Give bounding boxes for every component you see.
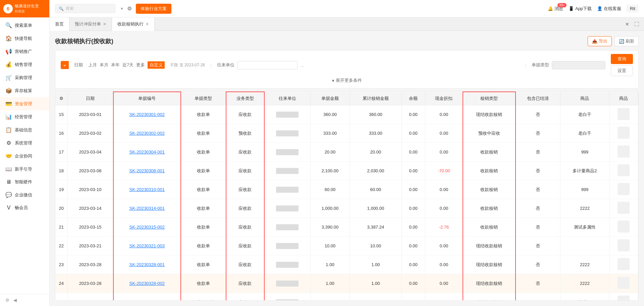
table-row[interactable]: 24 2023-03-28 SK-20230328-002 收款单 应收款 ██… (55, 274, 638, 293)
tabbar-close-btn[interactable]: ✕ (623, 20, 631, 28)
topbar-search-box[interactable]: 🔍 搜索 (55, 4, 115, 13)
filter-toggle-button[interactable]: » (61, 61, 69, 69)
query-button[interactable]: 查询 (611, 54, 633, 64)
tab-receivable[interactable]: 预计冲应付单 ✕ (69, 17, 112, 31)
filter-type-select[interactable] (552, 61, 605, 69)
sidebar-label-purchase: 采购管理 (15, 75, 32, 81)
cell-balance: 0.00 (401, 255, 425, 274)
sidebar-label-search: 搜索菜单 (15, 22, 32, 28)
cell-balance: 0.00 (401, 237, 425, 255)
cell-balance: 0.00 (401, 143, 425, 162)
tab-receivable-close[interactable]: ✕ (103, 22, 106, 26)
table-row[interactable]: 22 2023-03-21 SK-20230321-003 收款单 应收款 ██… (55, 237, 638, 255)
cell-cancel-type: 现结收款核销 (463, 293, 515, 301)
doc-no-link[interactable]: SK-20230328-002 (129, 281, 165, 286)
cell-doc-no: SK-20230310-001 (113, 180, 181, 199)
search-icon: 🔍 (59, 6, 64, 11)
cell-doc-no: SK-20230314-001 (113, 199, 181, 218)
table-row[interactable]: 18 2023-03-08 SK-20230308-001 收款单 应收款 ██… (55, 162, 638, 180)
filter-date-range: 不限 至 2023-07-26 (170, 62, 205, 68)
tab-home[interactable]: 首页 (50, 17, 69, 31)
cell-amount: 360.00 (310, 105, 350, 124)
cell-balance: 0.00 (401, 180, 425, 199)
sidebar-item-inventory[interactable]: 📦库存核算 (0, 84, 49, 97)
cell-no: 15 (55, 105, 67, 124)
table-row[interactable]: 17 2023-03-04 SK-20230304-001 收款单 应收款 ██… (55, 143, 638, 162)
notice-icon: 🔔 (548, 6, 553, 11)
app-download-button[interactable]: 📱 App下载 (569, 6, 592, 12)
cell-unit: ██████ (264, 255, 311, 274)
date-more[interactable]: 更多 (136, 62, 145, 68)
cell-cancel-type: 现结收款核销 (463, 255, 515, 274)
date-custom[interactable]: 自定义 (148, 61, 165, 69)
cell-no: 18 (55, 162, 67, 180)
date-this-month[interactable]: 本月 (100, 62, 108, 68)
topbar-chevron-icon: ▾ (121, 6, 123, 11)
sidebar-item-hardware[interactable]: 🖥智能硬件 (0, 176, 49, 188)
filter-unit-input[interactable] (237, 61, 298, 69)
tabbar-expand-btn[interactable]: ⛶ (633, 20, 641, 28)
doc-no-link[interactable]: SK-20230301-002 (129, 112, 165, 117)
col-settings[interactable]: ⚙ (55, 92, 67, 105)
cell-amount: 1,000.00 (310, 199, 350, 218)
sidebar-item-purchase[interactable]: 🛒采购管理 (0, 71, 49, 84)
filter-expand[interactable]: ▾ 展开更多条件 (61, 76, 633, 85)
table-row[interactable]: 25 2023-03-31 SK-20230331-002 红字收款单 应收款 … (55, 293, 638, 301)
online-service-button[interactable]: 👤 在线客服 (597, 6, 621, 12)
user-info[interactable]: Rit (627, 5, 639, 12)
date-7days[interactable]: 近7天 (122, 62, 133, 68)
solution-button[interactable]: 体验行业方案 (136, 4, 171, 14)
product-thumbnail (618, 277, 630, 289)
sidebar-item-sales[interactable]: 💰销售管理 (0, 58, 49, 71)
cell-discount: 0.00 (425, 180, 463, 199)
doc-no-link[interactable]: SK-20230328-001 (129, 262, 165, 267)
table-row[interactable]: 19 2023-03-10 SK-20230310-001 收款单 应收款 ██… (55, 180, 638, 199)
doc-no-link[interactable]: SK-20230310-001 (129, 187, 165, 192)
sidebar-logo-text: 畅康道好生意 (15, 4, 39, 9)
sidebar-item-search[interactable]: 🔍搜索菜单 (0, 19, 49, 32)
sidebar-item-operation[interactable]: 📊经营管理 (0, 110, 49, 123)
sidebar-item-corp[interactable]: 🤝企业协同 (0, 149, 49, 163)
cell-date: 2023-03-01 (67, 105, 113, 124)
cell-biz-type: 应收款 (226, 162, 264, 180)
export-button[interactable]: 📤 导出 (588, 36, 612, 46)
doc-no-link[interactable]: SK-20230314-001 (129, 206, 165, 211)
date-this-year[interactable]: 本年 (111, 62, 120, 68)
export-icon: 📤 (592, 39, 597, 44)
sidebar-item-system[interactable]: ⚙系统管理 (0, 136, 49, 149)
sidebar-collapse-icon[interactable]: ◀ (13, 298, 17, 303)
table-row[interactable]: 20 2023-03-14 SK-20230314-001 收款单 应收款 ██… (55, 199, 638, 218)
notice-button[interactable]: 🔔 消息 99+ (548, 6, 563, 12)
table-row[interactable]: 21 2023-03-15 SK-20230315-002 收款单 应收款 ██… (55, 218, 638, 237)
sidebar-item-guide[interactable]: 📖新手引导 (0, 163, 49, 176)
sidebar-settings-icon[interactable]: ⚙ (5, 298, 9, 303)
sidebar-item-basic[interactable]: 📋基础信息 (0, 123, 49, 136)
sidebar-item-member[interactable]: V畅会员 (0, 201, 49, 214)
sidebar-icon-search: 🔍 (5, 22, 12, 28)
col-include-settled: 包含已结清 (516, 92, 560, 105)
topbar-search-placeholder: 搜索 (66, 6, 74, 11)
doc-no-link[interactable]: SK-20230321-003 (129, 243, 165, 248)
doc-no-link[interactable]: SK-20230304-001 (129, 149, 165, 155)
cell-product: 测试多属性 (560, 218, 609, 237)
sidebar-item-marketing[interactable]: 📢营销推广 (0, 45, 49, 58)
cell-doc-no: SK-20230315-002 (113, 218, 181, 237)
sidebar-item-finance[interactable]: 💳资金管理 (0, 97, 49, 110)
sidebar-item-quick[interactable]: 🏠快捷导航 (0, 32, 49, 45)
tabbar: 首页 预计冲应付单 ✕ 收款核销执行 ✕ ✕ ⛶ (50, 17, 644, 31)
tab-collection-close[interactable]: ✕ (146, 22, 149, 26)
table-row[interactable]: 16 2023-03-02 SK-20230302-002 收款单 预收款 ██… (55, 124, 638, 143)
doc-no-link[interactable]: SK-20230302-002 (129, 131, 165, 136)
doc-no-link[interactable]: SK-20230308-001 (129, 168, 165, 173)
refresh-button[interactable]: 🔄 刷新 (614, 36, 639, 46)
doc-no-link[interactable]: SK-20230315-002 (129, 225, 165, 230)
sidebar-item-wechat[interactable]: 💬企业微信 (0, 188, 49, 201)
table-row[interactable]: 23 2023-03-28 SK-20230328-001 收款单 应收款 ██… (55, 255, 638, 274)
date-last-month[interactable]: 上月 (88, 62, 97, 68)
cell-amount: 1.00 (310, 274, 350, 293)
settings-button[interactable]: 设置 (611, 65, 633, 76)
doc-no-link[interactable]: SK-20230331-002 (129, 300, 165, 301)
table-row[interactable]: 15 2023-03-01 SK-20230301-002 收款单 应收款 ██… (55, 105, 638, 124)
topbar-gear-icon[interactable]: ⚙ (127, 5, 132, 12)
tab-collection[interactable]: 收款核销执行 ✕ (112, 17, 155, 31)
